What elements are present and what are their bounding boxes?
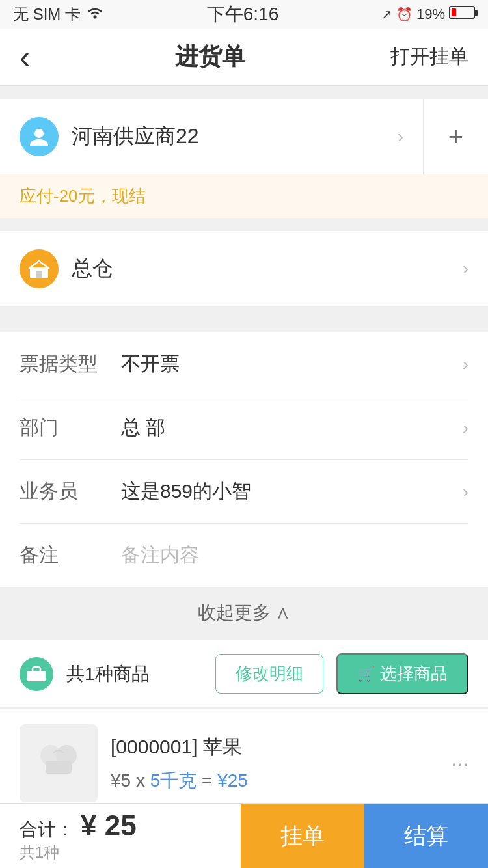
- wifi-icon: [86, 5, 104, 23]
- footer-total-count: 共1种: [20, 842, 221, 863]
- remark-label: 备注: [20, 542, 111, 569]
- checkout-button[interactable]: 结算: [364, 804, 488, 868]
- invoice-type-value: 不开票: [111, 351, 463, 377]
- staff-value: 这是859的小智: [111, 478, 463, 505]
- staff-row[interactable]: 业务员 这是859的小智 ›: [0, 460, 488, 523]
- footer-total-label: 合计：: [20, 817, 74, 842]
- notice-text: 应付-20元，现结: [20, 186, 146, 206]
- supplier-select-button[interactable]: 河南供应商22 ›: [0, 99, 423, 174]
- gap1: [0, 86, 488, 99]
- collapse-label: 收起更多 ∧: [198, 601, 291, 625]
- svg-point-1: [34, 129, 44, 138]
- pending-button[interactable]: 挂单: [241, 804, 364, 868]
- footer-total-section: 合计： ¥ 25 共1种: [0, 804, 241, 868]
- department-label: 部门: [20, 414, 111, 441]
- product-item: [0000001] 苹果 ¥5 x 5千克 = ¥25 ···: [0, 709, 488, 818]
- equals-sign: =: [202, 770, 217, 791]
- department-chevron-icon: ›: [463, 418, 468, 439]
- status-right: ↗ ⏰ 19%: [381, 6, 475, 23]
- product-title: 苹果: [203, 736, 242, 757]
- invoice-type-chevron-icon: ›: [463, 354, 468, 375]
- supplier-name: 河南供应商22: [72, 122, 398, 151]
- back-button[interactable]: ‹: [20, 39, 30, 75]
- notice-bar: 应付-20元，现结: [0, 174, 488, 218]
- product-count-text: 共1种商品: [66, 662, 202, 686]
- product-quantity: 5千克: [150, 770, 197, 791]
- battery-icon: [449, 6, 475, 23]
- footer-total-row: 合计： ¥ 25: [20, 809, 221, 842]
- add-supplier-button[interactable]: +: [423, 99, 488, 174]
- product-line-total: ¥25: [217, 770, 248, 791]
- invoice-type-label: 票据类型: [20, 351, 111, 377]
- cart-icon: 🛒: [357, 666, 375, 683]
- supplier-avatar: [20, 117, 59, 156]
- svg-point-0: [94, 16, 97, 19]
- form-section: 票据类型 不开票 › 部门 总 部 › 业务员 这是859的小智 › 备注 备注…: [0, 332, 488, 587]
- battery-text: 19%: [416, 6, 445, 23]
- warehouse-chevron-icon: ›: [463, 258, 468, 279]
- status-left: 无 SIM 卡: [13, 4, 104, 25]
- product-header: 共1种商品 修改明细 🛒 选择商品: [0, 640, 488, 707]
- remark-input[interactable]: 备注内容: [111, 542, 468, 569]
- gap2: [0, 306, 488, 319]
- footer-total-amount: ¥ 25: [81, 809, 137, 842]
- warehouse-select-button[interactable]: 总仓 ›: [0, 231, 488, 306]
- svg-rect-7: [46, 761, 72, 774]
- product-more-button[interactable]: ···: [451, 752, 468, 776]
- collapse-button[interactable]: 收起更多 ∧: [0, 587, 488, 639]
- department-row[interactable]: 部门 总 部 ›: [0, 396, 488, 459]
- staff-label: 业务员: [20, 478, 111, 505]
- chevron-right-icon: ›: [398, 126, 403, 147]
- supplier-section: 河南供应商22 › +: [0, 99, 488, 174]
- product-code: [0000001]: [111, 736, 197, 757]
- remark-row[interactable]: 备注 备注内容: [0, 524, 488, 587]
- status-bar: 无 SIM 卡 下午6:16 ↗ ⏰ 19%: [0, 0, 488, 29]
- open-pending-button[interactable]: 打开挂单: [390, 44, 468, 70]
- page-title: 进货单: [175, 41, 245, 73]
- footer: 合计： ¥ 25 共1种 挂单 结算: [0, 803, 488, 868]
- product-price-row: ¥5 x 5千克 = ¥25: [111, 768, 438, 793]
- product-info: [0000001] 苹果 ¥5 x 5千克 = ¥25: [111, 734, 438, 793]
- product-name: [0000001] 苹果: [111, 734, 438, 761]
- select-product-label: 选择商品: [380, 662, 448, 685]
- product-count-icon: [20, 657, 53, 691]
- location-icon: ↗: [381, 7, 392, 22]
- edit-detail-button[interactable]: 修改明细: [215, 654, 323, 694]
- alarm-icon: ⏰: [396, 7, 413, 22]
- product-unit-price: ¥5: [111, 770, 131, 791]
- department-value: 总 部: [111, 414, 463, 441]
- carrier-text: 无 SIM 卡: [13, 4, 81, 25]
- product-thumbnail: [20, 724, 98, 802]
- warehouse-icon: [20, 249, 59, 288]
- warehouse-name: 总仓: [72, 254, 463, 283]
- staff-chevron-icon: ›: [463, 481, 468, 502]
- select-product-button[interactable]: 🛒 选择商品: [336, 653, 468, 694]
- nav-bar: ‹ 进货单 打开挂单: [0, 29, 488, 86]
- invoice-type-row[interactable]: 票据类型 不开票 ›: [0, 332, 488, 396]
- status-time: 下午6:16: [207, 2, 279, 27]
- multiply-sign: x: [136, 770, 150, 791]
- svg-rect-4: [27, 671, 46, 681]
- svg-rect-3: [36, 271, 42, 278]
